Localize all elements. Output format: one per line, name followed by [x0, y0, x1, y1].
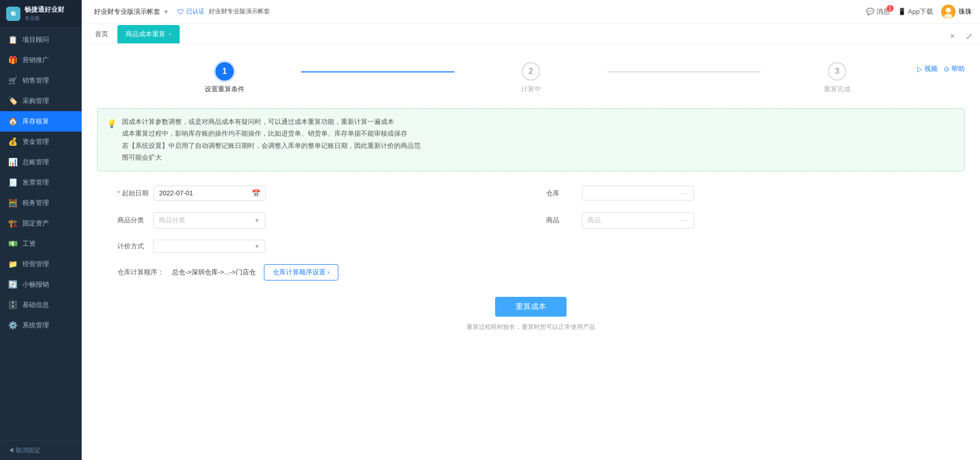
sidebar-item-label: 营销推广	[22, 56, 49, 65]
info-line-2: 成本重算过程中，影响库存账的操作均不能操作，比如进货单、销货单、库存单据不能审核…	[122, 127, 421, 139]
warehouse-label: 仓库	[546, 189, 577, 198]
account-selector[interactable]: 好业财专业版演示帐套 ▼	[90, 5, 173, 18]
close-tab-btn[interactable]: ×	[945, 29, 960, 43]
gongzi-icon: 💵	[8, 239, 17, 248]
warehouse-order-settings-btn[interactable]: 仓库计算顺序设置 ›	[264, 264, 338, 280]
sidebar-item-shuiwu[interactable]: 🧮 税务管理	[0, 193, 82, 213]
notification-button[interactable]: 💬 消息 1	[866, 7, 890, 16]
caigou-icon: 🏷️	[8, 96, 17, 106]
sidebar-item-label: 工资	[22, 239, 36, 248]
sidebar-item-zhangwu[interactable]: 📊 总账管理	[0, 152, 82, 172]
help-button[interactable]: ⊙ 帮助	[944, 64, 965, 73]
sidebar-item-label: 经营管理	[22, 260, 49, 269]
verified-account-name: 好业财专业版演示帐套	[209, 7, 270, 16]
product-field: 商品 商品 ···	[546, 212, 944, 228]
sidebar-item-kucun[interactable]: 🏠 库存核算	[0, 111, 82, 132]
recalculate-button[interactable]: 重算成本	[495, 297, 567, 317]
pricing-select[interactable]: ▼	[153, 240, 265, 253]
step-1: 1 设置重算条件	[148, 62, 301, 94]
tab-active-label: 商品成本重算	[126, 30, 165, 39]
sidebar-item-zijin[interactable]: 💰 资金管理	[0, 132, 82, 152]
page-content: 1 设置重算条件 2 计算中 3 重算完成 ▷ 视频 ⊙ 帮助	[82, 44, 980, 460]
sidebar-item-fapiao[interactable]: 🧾 发票管理	[0, 172, 82, 193]
verified-label: 已认证	[186, 7, 205, 16]
app-download-button[interactable]: 📱 App下载	[898, 7, 933, 16]
fapiao-icon: 🧾	[8, 178, 17, 187]
step-line-1-2	[301, 71, 454, 72]
shuiwu-icon: 🧮	[8, 198, 17, 208]
sidebar-item-label: 基础信息	[22, 300, 49, 310]
sidebar-item-jichuxinxi[interactable]: 🗄️ 基础信息	[0, 295, 82, 315]
sidebar-item-label: 税务管理	[22, 198, 49, 208]
sidebar-item-label: 小畅报销	[22, 280, 49, 289]
start-date-input[interactable]: 2022-07-01 📅	[154, 186, 266, 201]
start-date-label: 起始日期	[117, 189, 149, 198]
warehouse-order-label: 仓库计算顺序：	[117, 268, 164, 277]
warehouse-more-icon[interactable]: ···	[680, 189, 689, 197]
action-area: 重算成本 重算过程耗时较长，重算时您可以正常使用产品	[117, 297, 944, 331]
start-date-field: 起始日期 2022-07-01 📅	[117, 186, 516, 201]
step-1-circle: 1	[215, 62, 234, 81]
sidebar-item-label: 总账管理	[22, 158, 49, 167]
info-line-3: 若【系统设置】中启用了自动调整记账日期时，会调整入库单的整单记账日期，因此重新计…	[122, 140, 421, 151]
sidebar-item-xiangmu[interactable]: 📋 项目顾问	[0, 30, 82, 50]
verified-badge: 🛡 已认证	[177, 7, 205, 16]
sidebar-item-jingying[interactable]: 📁 经营管理	[0, 254, 82, 274]
product-label: 商品	[546, 216, 577, 225]
xitong-icon: ⚙️	[8, 321, 17, 330]
warehouse-input[interactable]: ···	[582, 186, 694, 200]
tab-home[interactable]: 首页	[87, 25, 116, 43]
sidebar-item-label: 库存核算	[22, 117, 49, 126]
app-download-label: App下载	[908, 7, 933, 16]
sidebar-item-caigou[interactable]: 🏷️ 采购管理	[0, 91, 82, 111]
sidebar-item-xiaochang[interactable]: 🔄 小畅报销	[0, 274, 82, 295]
tab-home-label: 首页	[95, 30, 108, 39]
calendar-icon[interactable]: 📅	[252, 189, 260, 197]
tab-cost-recalc[interactable]: 商品成本重算 ×	[117, 25, 180, 43]
sidebar-item-xiaoshou[interactable]: 🛒 销售管理	[0, 70, 82, 91]
product-placeholder: 商品	[587, 216, 680, 225]
warehouse-order-row: 仓库计算顺序： 总仓->深圳仓库->...->门店仓 仓库计算顺序设置 ›	[117, 264, 944, 280]
username: 珠珠	[959, 7, 972, 16]
topbar-right: 💬 消息 1 📱 App下载 珠珠	[866, 5, 972, 19]
sidebar-item-gongzi[interactable]: 💵 工资	[0, 234, 82, 254]
product-more-icon[interactable]: ···	[680, 216, 689, 224]
form-section: 起始日期 2022-07-01 📅 仓库 ··· 商品分	[97, 186, 965, 331]
gudingzichan-icon: 🏗️	[8, 219, 17, 228]
form-row-3: 计价方式 ▼	[117, 240, 944, 253]
pricing-field: 计价方式 ▼	[117, 240, 516, 253]
app-edition: 专业版	[24, 15, 64, 22]
form-row-2: 商品分类 商品分类 ▼ 商品 商品 ···	[117, 212, 944, 228]
info-line-4: 围可能会扩大	[122, 151, 421, 163]
sidebar-unpin[interactable]: ◀ 取消固定	[0, 441, 82, 460]
xiaoshou-icon: 🛒	[8, 76, 17, 85]
step-3-circle: 3	[828, 62, 846, 81]
app-title: 畅捷通好业财 专业版	[24, 5, 64, 22]
zhangwu-icon: 📊	[8, 158, 17, 167]
account-name: 好业财专业版演示帐套	[94, 7, 160, 16]
warehouse-order-value: 总仓->深圳仓库->...->门店仓	[172, 268, 256, 277]
zijin-icon: 💰	[8, 137, 17, 146]
category-select[interactable]: 商品分类 ▼	[153, 212, 265, 228]
sidebar-item-yingxiao[interactable]: 🎁 营销推广	[0, 50, 82, 70]
step-3-label: 重算完成	[824, 85, 850, 94]
tab-close-icon[interactable]: ×	[168, 31, 172, 37]
tab-bar: 首页 商品成本重算 × × ⤢	[82, 23, 980, 44]
sidebar: 畅 畅捷通好业财 专业版 📋 项目顾问 🎁 营销推广 🛒 销售管理 🏷️ 采购管…	[0, 0, 82, 460]
question-icon: ⊙	[944, 65, 949, 73]
avatar	[941, 5, 955, 19]
sidebar-header: 畅 畅捷通好业财 专业版	[0, 0, 82, 28]
category-placeholder: 商品分类	[159, 216, 185, 225]
product-input[interactable]: 商品 ···	[582, 212, 694, 228]
sidebar-footer-label: ◀ 取消固定	[8, 446, 40, 455]
svg-point-2	[944, 14, 952, 19]
form-row-1: 起始日期 2022-07-01 📅 仓库 ···	[117, 186, 944, 201]
video-help-button[interactable]: ▷ 视频	[917, 64, 938, 73]
start-date-value: 2022-07-01	[159, 189, 193, 197]
app-logo: 畅	[6, 7, 20, 21]
sidebar-item-xitong[interactable]: ⚙️ 系统管理	[0, 315, 82, 336]
user-menu[interactable]: 珠珠	[941, 5, 972, 19]
sidebar-item-gudingzichan[interactable]: 🏗️ 固定资产	[0, 213, 82, 234]
app-name: 畅捷通好业财	[24, 5, 64, 14]
expand-tab-btn[interactable]: ⤢	[962, 29, 976, 43]
